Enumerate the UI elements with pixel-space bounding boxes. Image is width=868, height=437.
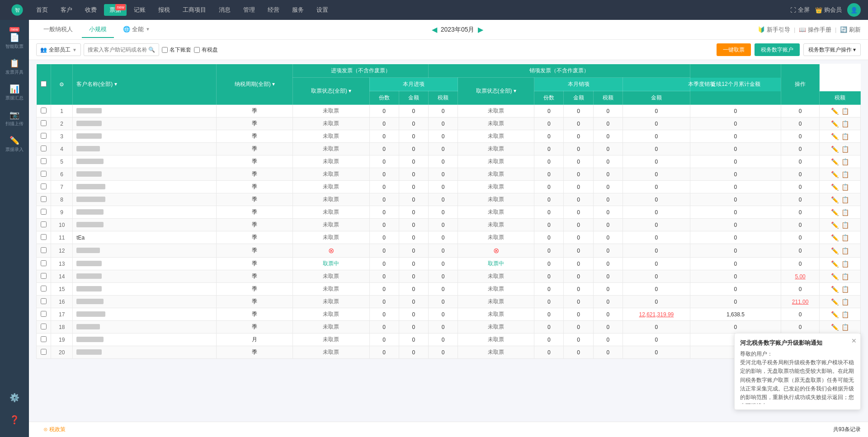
copy-btn[interactable]: 📋 [841,133,849,140]
check-tax-disk-input[interactable] [194,47,200,53]
member-btn[interactable]: 👑 购会员 [815,6,842,14]
check-account-input[interactable] [162,47,168,53]
row-checkbox[interactable] [41,221,47,227]
edit-btn[interactable]: ✏️ [831,133,839,140]
tab-general-taxpayer[interactable]: 一般纳税人 [36,22,80,38]
digital-account-ops-btn[interactable]: 税务数字账户操作 ▾ [803,43,861,56]
edit-btn[interactable]: ✏️ [831,247,839,254]
copy-btn[interactable]: 📋 [841,286,849,293]
edit-btn[interactable]: ✏️ [831,108,839,115]
edit-btn[interactable]: ✏️ [831,298,839,305]
row-checkbox[interactable] [41,234,47,240]
row-checkbox[interactable] [41,273,47,279]
edit-btn[interactable]: ✏️ [831,324,839,331]
copy-btn[interactable]: 📋 [841,209,849,216]
row-checkbox[interactable] [41,311,47,317]
copy-btn[interactable]: 📋 [841,273,849,280]
copy-btn[interactable]: 📋 [841,196,849,203]
copy-btn[interactable]: 📋 [841,247,849,254]
copy-btn[interactable]: 📋 [841,324,849,331]
fullscreen-btn[interactable]: ⛶ 全屏 [790,6,810,14]
nav-bookkeeping[interactable]: 记账 [128,4,151,16]
row-checkbox[interactable] [41,324,47,329]
notification-close-btn[interactable]: ✕ [851,337,857,344]
row-checkbox[interactable] [41,336,47,342]
manual-btn[interactable]: 📖 操作手册 [799,26,831,34]
copy-btn[interactable]: 📋 [841,298,849,305]
nav-home[interactable]: 首页 [31,4,53,16]
copy-btn[interactable]: 📋 [841,183,849,191]
search-box[interactable]: 🔍 [84,43,159,56]
row-checkbox[interactable] [41,349,47,355]
user-avatar[interactable]: 👤 [847,3,861,17]
employee-select[interactable]: 👥 全部员工 ▼ [36,43,81,56]
tab-small-scale[interactable]: 小规模 [82,22,114,38]
row-checkbox[interactable] [41,120,47,126]
edit-btn[interactable]: ✏️ [831,120,839,127]
copy-btn[interactable]: 📋 [841,120,849,127]
edit-btn[interactable]: ✏️ [831,286,839,293]
row-checkbox[interactable] [41,286,47,291]
check-account[interactable]: 名下账套 [162,46,191,54]
nav-business-op[interactable]: 经营 [262,4,285,16]
row-checkbox[interactable] [41,108,47,113]
row-checkbox[interactable] [41,209,47,215]
edit-btn[interactable]: ✏️ [831,183,839,191]
row-checkbox[interactable] [41,158,47,164]
row-checkbox[interactable] [41,146,47,151]
edit-btn[interactable]: ✏️ [831,196,839,203]
copy-btn[interactable]: 📋 [841,171,849,178]
check-tax-disk[interactable]: 有税盘 [194,46,218,54]
sidebar-item-settings[interactable]: ⚙️ [0,389,29,408]
sidebar-item-invoice-entry[interactable]: ✏️ 票据录入 [0,132,29,156]
copy-btn[interactable]: 📋 [841,221,849,229]
nav-client[interactable]: 客户 [55,4,78,16]
tax-policy-btn[interactable]: ⊙ 税政策 [36,424,73,435]
new-guide-btn[interactable]: 🔰 新手引导 [758,26,790,34]
refresh-btn[interactable]: 🔄 刷新 [840,26,861,34]
tab-all[interactable]: 🌐 全能 ▼ [116,22,157,38]
row-checkbox[interactable] [41,133,47,139]
edit-btn[interactable]: ✏️ [831,171,839,178]
sidebar-item-help[interactable]: ❓ [0,411,29,430]
copy-btn[interactable]: 📋 [841,234,849,241]
select-all-checkbox[interactable] [41,81,47,87]
row-checkbox[interactable] [41,247,47,253]
sidebar-item-invoice-open[interactable]: 📋 发票开具 [0,55,29,79]
column-settings-icon[interactable]: ⚙ [59,81,64,88]
nav-settings[interactable]: 设置 [311,4,334,16]
row-checkbox[interactable] [41,183,47,189]
nav-manage[interactable]: 管理 [238,4,260,16]
sidebar-item-scan-upload[interactable]: 📷 扫描上传 [0,106,29,130]
edit-btn[interactable]: ✏️ [831,260,839,268]
copy-btn[interactable]: 📋 [841,311,849,318]
edit-btn[interactable]: ✏️ [831,209,839,216]
nav-tax[interactable]: 报税 [153,4,175,16]
copy-btn[interactable]: 📋 [841,260,849,268]
row-checkbox[interactable] [41,260,47,266]
edit-btn[interactable]: ✏️ [831,234,839,241]
row-checkbox[interactable] [41,171,47,177]
nav-billing[interactable]: 收费 [80,4,102,16]
edit-btn[interactable]: ✏️ [831,146,839,153]
copy-btn[interactable]: 📋 [841,108,849,115]
edit-btn[interactable]: ✏️ [831,311,839,318]
edit-btn[interactable]: ✏️ [831,221,839,229]
row-checkbox[interactable] [41,298,47,304]
one-click-fetch-btn[interactable]: 一键取票 [717,43,751,56]
period-prev-btn[interactable]: ◀ [432,25,437,34]
sidebar-item-invoice-summary[interactable]: 📊 票据汇总 [0,80,29,104]
digital-account-btn[interactable]: 税务数字账户 [755,43,800,56]
nav-business[interactable]: 工商项目 [177,4,212,16]
nav-invoice[interactable]: 票据 new [104,4,127,16]
row-checkbox[interactable] [41,196,47,202]
edit-btn[interactable]: ✏️ [831,273,839,280]
copy-btn[interactable]: 📋 [841,146,849,153]
copy-btn[interactable]: 📋 [841,158,849,165]
nav-message[interactable]: 消息 [213,4,236,16]
search-input[interactable] [88,47,146,53]
period-next-btn[interactable]: ▶ [478,25,483,34]
edit-btn[interactable]: ✏️ [831,158,839,165]
nav-service[interactable]: 服务 [287,4,309,16]
sidebar-item-smart-invoice[interactable]: new 📄 智能取票 [0,23,29,53]
